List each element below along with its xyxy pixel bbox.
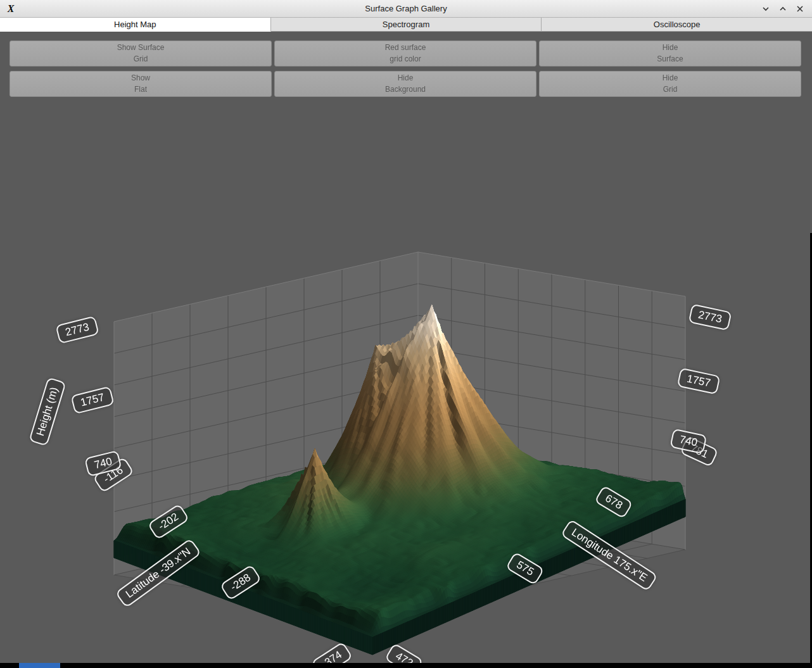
toggle-surface-grid-button[interactable]: Show Surface Grid: [10, 41, 272, 66]
tab-height-map[interactable]: Height Map: [0, 18, 271, 32]
button-label: grid color: [390, 54, 421, 65]
button-label: Surface: [657, 54, 683, 65]
hide-grid-button[interactable]: Hide Grid: [539, 71, 801, 97]
window-title: Surface Graph Gallery: [0, 4, 812, 13]
tab-oscilloscope[interactable]: Oscilloscope: [542, 18, 812, 32]
toolbar: Show Surface Grid Red surface grid color…: [10, 41, 801, 97]
surface-plot[interactable]: [0, 0, 812, 668]
window-shade-button[interactable]: [760, 3, 771, 15]
title-bar: X Surface Graph Gallery: [0, 0, 812, 18]
button-label: Flat: [134, 84, 147, 95]
tab-spectrogram[interactable]: Spectrogram: [271, 18, 542, 32]
button-label: Grid: [663, 84, 678, 95]
window-close-button[interactable]: [794, 3, 806, 15]
surface-grid-color-button[interactable]: Red surface grid color: [274, 41, 536, 66]
close-icon: [795, 4, 805, 14]
taskbar-item[interactable]: [19, 663, 60, 668]
tab-bar: Height Map Spectrogram Oscilloscope: [0, 18, 812, 32]
chevron-up-icon: [778, 4, 788, 14]
button-label: Grid: [134, 54, 148, 65]
window-maximize-button[interactable]: [777, 3, 789, 15]
button-label: Show Surface: [117, 42, 165, 53]
button-label: Hide: [398, 73, 414, 84]
button-label: Background: [385, 84, 426, 95]
button-label: Hide: [663, 42, 678, 53]
button-label: Red surface: [385, 42, 426, 53]
button-label: Show: [131, 73, 150, 84]
window-controls: [760, 3, 806, 15]
hide-surface-button[interactable]: Hide Surface: [539, 41, 801, 66]
desktop-strip: [0, 663, 812, 668]
hide-background-button[interactable]: Hide Background: [274, 71, 536, 97]
chevron-down-icon: [761, 4, 771, 14]
application-window: -116781Height (m)2773175774027731757740-…: [0, 0, 812, 668]
button-label: Hide: [663, 73, 678, 84]
show-flat-button[interactable]: Show Flat: [10, 71, 272, 97]
